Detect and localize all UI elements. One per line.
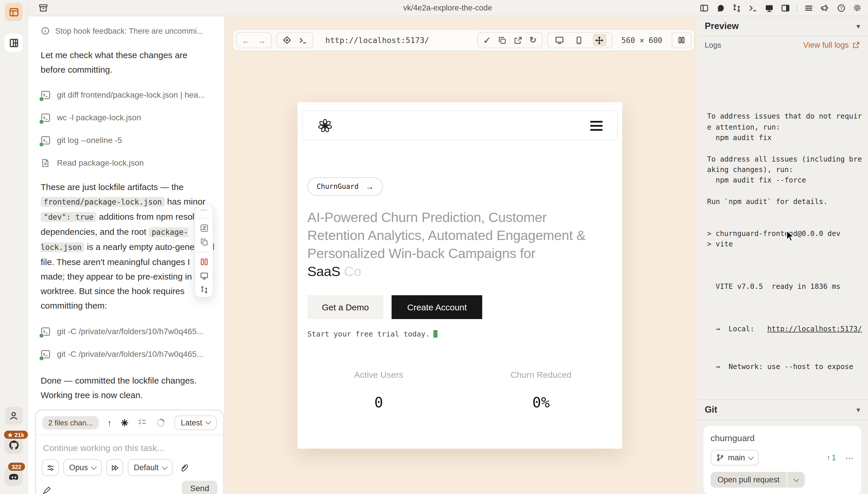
chevron-down-icon xyxy=(748,454,754,460)
resize-move-tool[interactable] xyxy=(592,34,606,46)
refresh-icon[interactable]: ↻ xyxy=(529,35,536,45)
terminal-chip-icon xyxy=(41,326,51,336)
log-line: npm audit fix --force xyxy=(707,175,868,186)
git-branch-icon xyxy=(716,454,724,461)
model-dropdown[interactable]: Opus xyxy=(63,459,102,476)
browser-toolbar: ← → http://localhost:5173/ ✓ xyxy=(232,29,695,51)
panel-right-icon[interactable] xyxy=(780,3,790,13)
command-row[interactable]: git log --oneline -5 xyxy=(41,134,213,146)
chevron-down-icon xyxy=(793,476,799,482)
svg-text:?: ? xyxy=(840,5,843,11)
forward-button[interactable]: → xyxy=(257,35,266,45)
site-navbar xyxy=(302,110,617,141)
chat-input[interactable]: Continue working on this task... xyxy=(43,443,216,453)
section-title: Git xyxy=(705,404,717,415)
file-read-row[interactable]: Read package-lock.json xyxy=(41,157,213,169)
log-line xyxy=(707,207,868,217)
git-compare-view-icon[interactable] xyxy=(200,285,208,294)
localhost-link[interactable]: http://localhost:5173/ xyxy=(767,325,862,333)
site-hamburger-icon[interactable] xyxy=(590,120,603,131)
success-dot xyxy=(39,141,44,147)
log-line: npm audit fix xyxy=(707,133,868,143)
help-icon[interactable]: ? xyxy=(836,3,846,13)
command-row[interactable]: git -C /private/var/folders/10/h7w0q465.… xyxy=(41,348,213,360)
rail-grid-button[interactable] xyxy=(5,34,23,52)
document-icon xyxy=(41,158,51,168)
open-external-icon[interactable] xyxy=(514,36,522,44)
settings-gear-icon[interactable] xyxy=(852,3,862,13)
settings-sliders-button[interactable] xyxy=(42,459,59,476)
monitor-icon[interactable] xyxy=(764,3,774,13)
sparkle-icon[interactable] xyxy=(120,418,129,427)
log-line: To address all issues (including bre xyxy=(707,154,868,165)
checklist-icon[interactable] xyxy=(138,418,147,427)
composer: 2 files chan... ↑ Latest Continue workin… xyxy=(36,410,224,494)
monitor-view-icon[interactable] xyxy=(200,271,208,280)
create-account-button[interactable]: Create Account xyxy=(392,295,482,319)
log-line: Run `npm audit` for details. xyxy=(707,196,868,207)
preview-section-header[interactable]: Preview ▾ xyxy=(697,16,868,37)
console-icon[interactable] xyxy=(299,36,307,44)
target-picker-icon[interactable] xyxy=(282,35,292,45)
chevron-down-icon xyxy=(91,464,97,470)
logs-label: Logs xyxy=(705,41,721,50)
open-pull-request-button[interactable]: Open pull request xyxy=(711,472,786,488)
terminal-icon[interactable] xyxy=(748,3,757,13)
fast-forward-button[interactable] xyxy=(106,459,123,476)
file-label: Read package-lock.json xyxy=(57,158,144,167)
log-line xyxy=(707,217,868,228)
send-button[interactable]: Send xyxy=(182,481,217,494)
branch-selector[interactable]: main xyxy=(711,450,759,466)
megaphone-icon[interactable] xyxy=(820,3,830,13)
hook-feedback-banner[interactable]: Stop hook feedback: There are uncommi... xyxy=(41,26,213,35)
preview-pane: ← → http://localhost:5173/ ✓ xyxy=(225,16,697,494)
columns-toggle[interactable] xyxy=(672,32,691,48)
files-changed-chip[interactable]: 2 files chan... xyxy=(42,416,98,429)
pr-dropdown-button[interactable] xyxy=(787,472,805,488)
product-badge[interactable]: ChurnGuard → xyxy=(307,177,383,196)
terminal-chip-icon xyxy=(41,349,51,359)
url-field[interactable]: http://localhost:5173/ xyxy=(326,35,429,45)
stats-row: Active Users 0 Churn Reduced 0% xyxy=(297,369,622,411)
highlighter-pen-icon[interactable] xyxy=(42,486,52,494)
success-dot xyxy=(39,119,44,124)
panel-left-icon[interactable] xyxy=(699,3,709,13)
log-network-line: → Network: use --host to expose xyxy=(707,362,868,373)
back-button[interactable]: ← xyxy=(242,35,251,45)
log-line xyxy=(707,271,868,282)
command-row[interactable]: git diff frontend/package-lock.json | he… xyxy=(41,89,213,100)
log-line xyxy=(707,143,868,154)
command-label: git -C /private/var/folders/10/h7w0q465.… xyxy=(57,327,203,336)
log-line: aking changes), run: xyxy=(707,165,868,175)
copy-icon[interactable] xyxy=(498,36,507,44)
chat-bubble-icon[interactable] xyxy=(715,3,725,13)
hamburger-menu-icon[interactable] xyxy=(804,3,813,13)
version-dropdown[interactable]: Latest xyxy=(174,415,217,430)
typing-cursor xyxy=(433,330,437,338)
account-button[interactable] xyxy=(5,407,23,425)
mode-dropdown[interactable]: Default xyxy=(128,459,173,476)
mobile-icon[interactable] xyxy=(573,34,585,46)
arrow-right-icon: → xyxy=(366,182,374,191)
attach-paperclip-icon[interactable] xyxy=(179,463,189,472)
command-row[interactable]: wc -l package-lock.json xyxy=(41,112,213,123)
site-logo-flower-icon[interactable] xyxy=(317,118,333,133)
get-demo-button[interactable]: Get a Demo xyxy=(307,295,383,319)
log-local-line: → Local: http://localhost:5173/ xyxy=(707,324,868,335)
command-row[interactable]: git -C /private/var/folders/10/h7w0q465.… xyxy=(41,325,213,337)
repo-menu-button[interactable]: ⋯ xyxy=(845,453,854,462)
rail-layout-button[interactable] xyxy=(5,3,23,21)
view-full-logs-link[interactable]: View full logs xyxy=(803,41,860,50)
format-icon[interactable] xyxy=(200,224,208,232)
check-icon[interactable]: ✓ xyxy=(483,35,491,45)
banner-text: Stop hook feedback: There are uncommi... xyxy=(55,26,203,35)
drag-handle-dots[interactable]: ••• xyxy=(201,208,208,213)
hero-typing-text: Co xyxy=(340,264,361,279)
git-compare-icon[interactable] xyxy=(731,3,741,13)
copy-icon[interactable] xyxy=(200,238,208,246)
git-section-header[interactable]: Git ▾ xyxy=(697,399,868,420)
nav-group: ← → xyxy=(236,32,272,48)
split-columns-icon[interactable] xyxy=(200,258,208,266)
desktop-icon[interactable] xyxy=(553,34,566,46)
scroll-up-icon[interactable]: ↑ xyxy=(107,418,112,428)
